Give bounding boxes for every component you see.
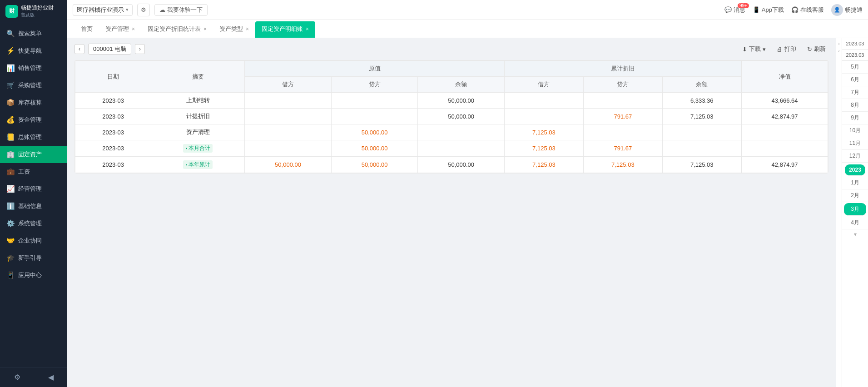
user-name: 畅捷通	[845, 6, 863, 14]
sidebar-item-purchase[interactable]: 🛒 采购管理	[0, 77, 67, 94]
date-nav-down-icon[interactable]: ▾	[842, 229, 868, 239]
ledger-icon: 📒	[6, 133, 15, 141]
tab-asset-type[interactable]: 资产类型 ×	[213, 21, 255, 38]
month-7[interactable]: 7月	[842, 86, 868, 99]
cell-acc-balance: 6,333.36	[662, 93, 741, 109]
sidebar-item-app-center[interactable]: 📱 应用中心	[0, 267, 67, 284]
date-nav-top2[interactable]: 2023.03	[842, 50, 868, 61]
app-download-button[interactable]: 📱 App下载	[753, 6, 784, 14]
sidebar-item-enterprise[interactable]: 🤝 企业协同	[0, 232, 67, 249]
chevron-left-icon: ‹	[79, 46, 80, 52]
table-row: 2023-03 ▪本月合计 50,000.00 7,125.03 791.67	[75, 140, 828, 157]
tab-depreciation-stats-label: 固定资产折旧统计表	[148, 25, 201, 33]
sidebar-item-operations[interactable]: 📈 经营管理	[0, 180, 67, 198]
month-10[interactable]: 10月	[842, 124, 868, 137]
sidebar-item-sales[interactable]: 📊 销售管理	[0, 60, 67, 77]
prev-asset-button[interactable]: ‹	[74, 44, 84, 54]
month-4[interactable]: 4月	[842, 217, 868, 229]
next-asset-button[interactable]: ›	[135, 44, 145, 54]
cell-orig-credit	[331, 109, 418, 124]
month-3[interactable]: 3月	[844, 203, 866, 216]
tab-depreciation-close[interactable]: ×	[203, 26, 207, 32]
tab-asset-mgmt-close[interactable]: ×	[132, 26, 135, 32]
header-right: 💬 消息 99+ 📱 App下载 🎧 在线客服 👤 畅捷通	[724, 4, 863, 16]
cell-summary: 上期结转	[151, 93, 245, 109]
col-balance: 余额	[418, 77, 505, 93]
avatar: 👤	[831, 4, 843, 16]
user-menu[interactable]: 👤 畅捷通	[831, 4, 863, 16]
year-2023[interactable]: 2023	[845, 164, 865, 176]
panel-collapse-icon[interactable]: ›	[837, 40, 841, 47]
sidebar-item-label: 工资	[18, 168, 30, 176]
panel-toggle: › ‹	[836, 38, 842, 387]
sidebar-item-label: 库存核算	[18, 99, 42, 107]
tab-asset-type-close[interactable]: ×	[246, 26, 249, 32]
cell-acc-debit	[504, 93, 583, 109]
sidebar-item-label: 企业协同	[18, 237, 42, 245]
month-6[interactable]: 6月	[842, 74, 868, 86]
sidebar-item-label: 新手引导	[18, 254, 42, 262]
cell-summary: ▪本年累计	[151, 157, 245, 173]
cell-orig-debit	[245, 93, 332, 109]
month-12[interactable]: 12月	[842, 150, 868, 163]
settings-bottom-button[interactable]: ⚙	[10, 371, 24, 383]
cell-orig-debit	[245, 140, 332, 157]
sidebar-item-basic-info[interactable]: ℹ️ 基础信息	[0, 198, 67, 215]
col-credit2: 贷方	[583, 77, 662, 93]
col-date: 日期	[75, 61, 151, 93]
tab-depreciation-stats[interactable]: 固定资产折旧统计表 ×	[141, 21, 213, 38]
cell-orig-debit	[245, 124, 332, 140]
tab-home[interactable]: 首页	[74, 21, 99, 38]
header-settings-button[interactable]: ⚙	[137, 4, 150, 16]
sidebar-logo: 财 畅捷通好业财 普及版	[0, 0, 67, 23]
sidebar-item-salary[interactable]: 💼 工资	[0, 163, 67, 180]
month-8[interactable]: 8月	[842, 99, 868, 112]
print-button[interactable]: 🖨 打印	[774, 44, 799, 55]
cell-acc-debit: 7,125.03	[504, 140, 583, 157]
sidebar-item-inventory[interactable]: 📦 库存核算	[0, 94, 67, 111]
top-header: 医疗器械行业演示 ▾ ⚙ ☁ 我要体验一下 💬 消息 99+ 📱 App下载 🎧…	[67, 0, 868, 20]
sidebar-item-beginner[interactable]: 🎓 新手引导	[0, 249, 67, 267]
sidebar-item-label: 经营管理	[18, 185, 42, 193]
cell-acc-balance	[662, 140, 741, 157]
tab-asset-detail-close[interactable]: ×	[306, 26, 309, 32]
message-button[interactable]: 💬 消息 99+	[724, 6, 745, 14]
sidebar: 财 畅捷通好业财 普及版 🔍 搜索菜单 ⚡ 快捷导航 📊 销售管理 🛒 采购管理…	[0, 0, 67, 387]
tab-asset-mgmt-label: 资产管理	[105, 25, 129, 33]
tab-asset-detail[interactable]: 固定资产明细账 ×	[255, 21, 315, 38]
date-navigator: 2023.03 2023.03 5月 6月 7月 8月 9月 10月 11月 1…	[842, 38, 868, 387]
collapse-button[interactable]: ◀	[45, 371, 57, 383]
sidebar-item-label: 资金管理	[18, 116, 42, 124]
tab-asset-type-label: 资产类型	[219, 25, 243, 33]
month-2[interactable]: 2月	[842, 189, 868, 202]
refresh-button[interactable]: ↻ 刷新	[804, 44, 828, 55]
sidebar-item-system[interactable]: ⚙️ 系统管理	[0, 215, 67, 232]
experience-button[interactable]: ☁ 我要体验一下	[154, 4, 208, 16]
company-selector[interactable]: 医疗器械行业演示 ▾	[73, 4, 133, 16]
purchase-icon: 🛒	[6, 81, 15, 89]
download-chevron-icon: ▾	[763, 46, 766, 53]
sidebar-item-capital[interactable]: 💰 资金管理	[0, 111, 67, 129]
sidebar-item-quick-nav[interactable]: ⚡ 快捷导航	[0, 42, 67, 60]
company-name: 医疗器械行业演示	[77, 6, 124, 14]
sidebar-item-fixed-assets[interactable]: 🏢 固定资产	[0, 146, 67, 163]
col-debit: 借方	[245, 77, 332, 93]
panel-expand-icon[interactable]: ‹	[837, 47, 841, 55]
cell-acc-balance: 7,125.03	[662, 157, 741, 173]
date-nav-top1[interactable]: 2023.03	[842, 38, 868, 50]
month-1[interactable]: 1月	[842, 177, 868, 189]
tab-bar: 首页 资产管理 × 固定资产折旧统计表 × 资产类型 × 固定资产明细账 ×	[67, 20, 868, 38]
tab-asset-mgmt[interactable]: 资产管理 ×	[99, 21, 141, 38]
customer-service-button[interactable]: 🎧 在线客服	[791, 6, 824, 14]
sidebar-item-label: 基础信息	[18, 202, 42, 210]
download-button[interactable]: ⬇ 下载 ▾	[739, 44, 769, 55]
sidebar-item-ledger[interactable]: 📒 总账管理	[0, 129, 67, 146]
sidebar-item-search[interactable]: 🔍 搜索菜单	[0, 25, 67, 42]
cell-date: 2023-03	[75, 124, 151, 140]
month-5[interactable]: 5月	[842, 61, 868, 74]
print-label: 打印	[784, 45, 796, 53]
col-balance2: 余额	[662, 77, 741, 93]
month-9[interactable]: 9月	[842, 112, 868, 124]
cell-net-value: 42,874.97	[741, 109, 828, 124]
month-11[interactable]: 11月	[842, 137, 868, 150]
